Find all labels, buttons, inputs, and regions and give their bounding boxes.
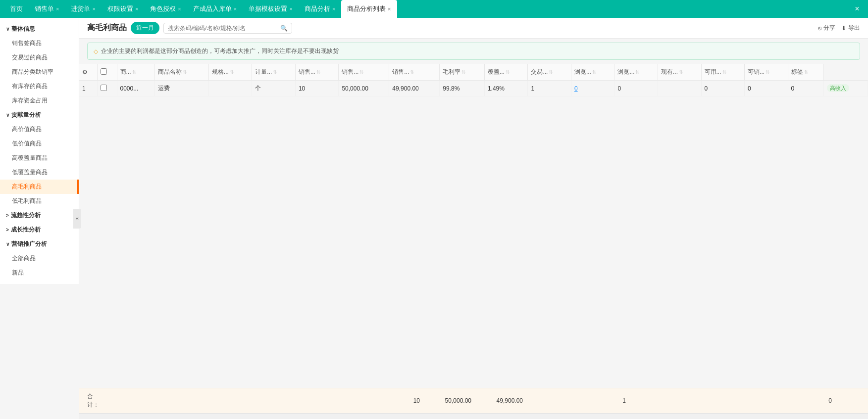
col-header-销售...[interactable]: 销售...⇅ [295,64,339,81]
nav-item-产成品入库单[interactable]: 产成品入库单 × [187,0,243,18]
sale-pct-cell: 99.8% [440,81,485,96]
nav-item-商品分析列表[interactable]: 商品分析列表 × [341,0,397,18]
sale-qty-cell: 10 [295,81,339,96]
col-header-可销...[interactable]: 可销...⇅ [745,64,788,81]
nav-close-icon[interactable]: × [388,6,391,12]
filter-recent-month[interactable]: 近一月 [131,22,159,34]
col-header-销售...[interactable]: 销售...⇅ [339,64,389,81]
nav-item-商品分析[interactable]: 商品分析 × [299,0,341,18]
nav-close-icon[interactable]: × [332,6,335,12]
sidebar-item-低覆盖量商品[interactable]: 低覆盖量商品 [0,165,79,180]
nav-close-icon[interactable]: × [92,6,95,12]
link-value[interactable]: 0 [574,85,578,92]
col-header-毛利率[interactable]: 毛利率⇅ [440,64,485,81]
sort-icon: ⇅ [804,69,808,75]
search-icon[interactable]: 🔍 [280,25,288,32]
nav-item-进货单[interactable]: 进货单 × [65,0,101,18]
sort-icon: ⇅ [316,69,320,75]
name-cell: 运费 [154,81,208,96]
browse2-cell [658,81,702,96]
data-table: ⚙商...⇅商品名称⇅规格...⇅计量...⇅销售...⇅销售...⇅销售...… [79,64,868,96]
sidebar-item-新品[interactable]: 新品 [0,266,79,280]
col-header-规格...[interactable]: 规格...⇅ [208,64,252,81]
sidebar-item-商品分类助销率[interactable]: 商品分类助销率 [0,65,79,79]
sort-icon: ⇅ [592,69,596,75]
table-container[interactable]: ⚙商...⇅商品名称⇅规格...⇅计量...⇅销售...⇅销售...⇅销售...… [79,64,868,388]
available-cell: 0 [745,81,788,96]
footer-current-stock: 0 [792,397,832,404]
nav-close-icon[interactable]: × [289,6,292,12]
sort-icon: ⇅ [549,69,553,75]
sort-icon: ⇅ [679,69,683,75]
col-header-可用...[interactable]: 可用...⇅ [701,64,745,81]
sort-icon: ⇅ [410,69,414,75]
sidebar-group-成长性分析[interactable]: >成长性分析 [0,223,79,237]
sidebar-item-销售签商品[interactable]: 销售签商品 [0,36,79,50]
col-header-现有...[interactable]: 现有...⇅ [658,64,702,81]
col-header-浏览...[interactable]: 浏览...⇅ [571,64,614,81]
select-all-checkbox[interactable] [101,68,107,75]
nav-item-角色授权[interactable]: 角色授权 × [144,0,187,18]
unit-cell: 个 [252,81,296,96]
nav-item-首页[interactable]: 首页 [4,0,29,18]
group-label: 贡献量分析 [11,111,41,119]
nav-item-权限设置[interactable]: 权限设置 × [102,0,144,18]
sidebar-group-整体信息[interactable]: ∨整体信息 [0,22,79,36]
export-button[interactable]: ⬇ 导出 [841,24,860,32]
sidebar-item-高毛利商品[interactable]: 高毛利商品 [0,180,79,194]
sidebar-group-流趋性分析[interactable]: >流趋性分析 [0,208,79,223]
col-header-覆盖...[interactable]: 覆盖...⇅ [484,64,528,81]
nav-item-单据模板设置[interactable]: 单据模板设置 × [243,0,298,18]
export-icon: ⬇ [841,25,846,32]
sort-icon: ⇅ [230,69,234,75]
sort-icon: ⇅ [359,69,363,75]
col-header-浏览...[interactable]: 浏览...⇅ [614,64,658,81]
seq-cell: 1 [79,81,97,96]
header-actions: ⎋ 分享 ⬇ 导出 [818,24,860,32]
row-checkbox[interactable] [101,85,107,91]
sidebar-item-全部商品[interactable]: 全部商品 [0,251,79,266]
group-label: 营销推广分析 [11,240,47,248]
nav-item-销售单[interactable]: 销售单 × [29,0,65,18]
sidebar-item-低毛利商品[interactable]: 低毛利商品 [0,194,79,208]
content-header: 高毛利商品 近一月 🔍 ⎋ 分享 ⬇ 导出 [79,18,868,39]
window-close-button[interactable]: × [850,2,864,16]
footer-sale-amount: 50,000.00 [432,397,471,404]
sidebar: ∨整体信息销售签商品交易过的商品商品分类助销率有库存的商品库存资金占用∨贡献量分… [0,18,79,284]
col-header-标签[interactable]: 标签⇅ [788,64,823,81]
nav-close-icon[interactable]: × [178,6,181,12]
col-header-计量...[interactable]: 计量...⇅ [252,64,296,81]
sidebar-item-交易过的商品[interactable]: 交易过的商品 [0,50,79,65]
sidebar-item-高价值商品[interactable]: 高价值商品 [0,122,79,137]
nav-close-icon[interactable]: × [135,6,138,12]
sidebar-item-低价值商品[interactable]: 低价值商品 [0,137,79,151]
coverage-cell: 1 [528,81,571,96]
sidebar-group-贡献量分析[interactable]: ∨贡献量分析 [0,108,79,122]
share-button[interactable]: ⎋ 分享 [818,24,835,32]
group-arrow-icon: ∨ [6,112,9,118]
col-header-交易...[interactable]: 交易...⇅ [528,64,571,81]
col-header-销售...[interactable]: 销售...⇅ [389,64,440,81]
sidebar-item-有库存的商品[interactable]: 有库存的商品 [0,79,79,93]
sort-icon: ⇅ [132,69,136,75]
top-navigation: 首页销售单 ×进货单 ×权限设置 ×角色授权 ×产成品入库单 ×单据模板设置 ×… [0,0,868,18]
content-area: 高毛利商品 近一月 🔍 ⎋ 分享 ⬇ 导出 ◇ 企业的主要的利润都是这部分商品创… [79,18,868,419]
sidebar-group-营销推广分析[interactable]: ∨营销推广分析 [0,237,79,251]
sidebar-item-库存资金占用[interactable]: 库存资金占用 [0,93,79,108]
sidebar-item-高覆盖量商品[interactable]: 高覆盖量商品 [0,151,79,165]
group-arrow-icon: ∨ [6,26,9,32]
sort-icon: ⇅ [766,69,769,75]
footer-label: 合计： [87,392,99,409]
sidebar-collapse-button[interactable]: « [73,209,81,229]
group-label: 流趋性分析 [11,211,41,220]
group-arrow-icon: > [6,213,9,218]
nav-close-icon[interactable]: × [56,6,59,12]
col-header-商...[interactable]: 商...⇅ [117,64,154,81]
footer-sale-qty: 10 [380,397,420,404]
sale-amount-cell: 50,000.00 [339,81,389,96]
col-header-商品名称[interactable]: 商品名称⇅ [154,64,208,81]
search-input[interactable] [168,25,280,32]
nav-close-icon[interactable]: × [234,6,237,12]
horizontal-scrollbar[interactable] [79,413,868,419]
col-header- [97,64,117,81]
